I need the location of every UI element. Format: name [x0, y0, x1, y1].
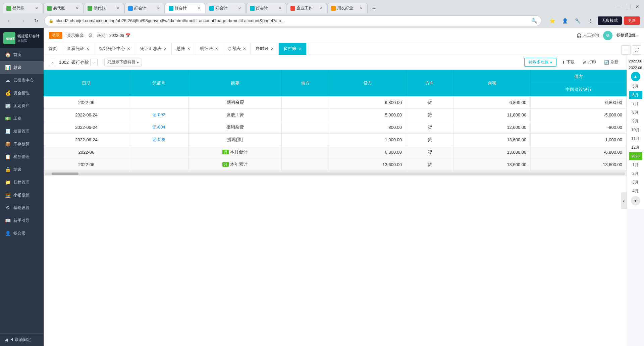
tab-close-9[interactable]: ✕: [359, 6, 364, 11]
close-button[interactable]: ✕: [633, 3, 641, 11]
minimize-button[interactable]: —: [614, 3, 623, 11]
cell-voucher[interactable]: 记-002: [129, 109, 189, 121]
period-value[interactable]: 2022-06 📅: [109, 33, 130, 38]
tab-home[interactable]: 首页: [44, 43, 62, 55]
tab-multi-column[interactable]: 多栏账 ✕: [279, 43, 307, 55]
account-next-button[interactable]: ›: [90, 59, 98, 66]
tab-sequential-ledger[interactable]: 序时账 ✕: [251, 43, 279, 55]
reload-button[interactable]: ↻: [31, 15, 42, 26]
bookmark-icon[interactable]: ⭐: [547, 15, 557, 26]
extensions-icon[interactable]: 🔧: [572, 15, 583, 26]
sidebar-item-salary[interactable]: 💵 工资: [0, 112, 44, 125]
scroll-track[interactable]: [45, 172, 625, 175]
tab-close-multi-column[interactable]: ✕: [299, 47, 302, 51]
tab-close-2[interactable]: ✕: [74, 6, 80, 11]
month-10[interactable]: 10月: [629, 126, 642, 134]
sidebar-item-expense[interactable]: 🧮 小畅报销: [0, 189, 44, 201]
profile-icon[interactable]: 👤: [559, 15, 570, 26]
menu-icon[interactable]: ⋮: [585, 15, 596, 26]
horizontal-scrollbar[interactable]: [44, 171, 627, 176]
forward-button[interactable]: →: [17, 15, 28, 26]
month-2023-2[interactable]: 2月: [629, 169, 642, 178]
tab-close-sequential-ledger[interactable]: ✕: [271, 47, 274, 51]
sidebar-item-invoice[interactable]: 🧾 发票管理: [0, 125, 44, 138]
sub-filter-dropdown[interactable]: 只显示下级科目 ▾: [104, 58, 142, 66]
month-12[interactable]: 12月: [629, 143, 642, 151]
sidebar-item-ledger[interactable]: 📊 总账: [0, 61, 44, 74]
browser-tab-8[interactable]: 企业工作 ✕: [287, 3, 327, 13]
tab-close-4[interactable]: ✕: [156, 6, 161, 11]
consult-button[interactable]: 🎧 人工咨询: [577, 33, 599, 38]
month-9[interactable]: 9月: [629, 117, 642, 125]
print-button[interactable]: 🖨 打印: [580, 58, 599, 66]
browser-tab-3[interactable]: 易代账 ✕: [84, 3, 124, 13]
sidebar-item-close[interactable]: 🔒 结账: [0, 163, 44, 176]
tab-balance-sheet[interactable]: 余额表 ✕: [223, 43, 251, 55]
download-button[interactable]: ⬇ 下载: [559, 58, 577, 66]
month-11[interactable]: 11月: [629, 135, 642, 143]
browser-tab-1[interactable]: 易代账 ✕: [3, 3, 43, 13]
tab-close-voucher-view[interactable]: ✕: [86, 47, 89, 51]
expand-tab-button[interactable]: ⛶: [632, 45, 641, 55]
browser-tab-4[interactable]: 好会计 ✕: [124, 3, 165, 13]
sidebar-item-member[interactable]: 👤 畅会员: [0, 227, 44, 240]
scroll-thumb[interactable]: [52, 172, 78, 175]
special-multi-column-button[interactable]: 特殊多栏账 ▾: [524, 58, 556, 67]
tab-detail-ledger[interactable]: 明细账 ✕: [195, 43, 223, 55]
browser-tab-9[interactable]: 用友好业 ✕: [327, 3, 368, 13]
sidebar-item-fund[interactable]: 💰 资金管理: [0, 87, 44, 99]
tab-voucher-summary[interactable]: 凭证汇总表 ✕: [135, 43, 172, 55]
settings-gear-icon[interactable]: ⚙: [88, 32, 93, 39]
month-6[interactable]: 6月: [629, 91, 642, 99]
sidebar-item-settings[interactable]: ⚙ 基础设置: [0, 201, 44, 214]
tab-close-8[interactable]: ✕: [318, 6, 323, 11]
cell-voucher[interactable]: 记-004: [129, 121, 189, 134]
sidebar-item-stock[interactable]: 📦 库存核算: [0, 138, 44, 150]
back-button[interactable]: ←: [4, 15, 15, 26]
demo-badge[interactable]: 演示: [49, 32, 62, 39]
month-5[interactable]: 5月: [629, 82, 642, 90]
scroll-down-button[interactable]: ▼: [631, 196, 640, 205]
unpin-button[interactable]: ◀ ◀ 取消固定: [0, 333, 44, 346]
tab-close-smart-voucher[interactable]: ✕: [127, 47, 130, 51]
tab-voucher-view[interactable]: 查看凭证 ✕: [62, 43, 94, 55]
tab-close-1[interactable]: ✕: [34, 6, 39, 11]
wuhen-mode-button[interactable]: 无痕模式: [598, 16, 622, 25]
update-button[interactable]: 更新: [624, 16, 640, 25]
collapse-tab-button[interactable]: —: [621, 45, 631, 55]
tab-close-general-ledger[interactable]: ✕: [187, 47, 190, 51]
refresh-button[interactable]: 🔄 刷新: [601, 58, 621, 66]
tab-close-3[interactable]: ✕: [115, 6, 120, 11]
browser-tab-2[interactable]: 易代账 ✕: [43, 3, 84, 13]
sidebar-item-guide[interactable]: 📖 新手引导: [0, 214, 44, 227]
month-2023-4[interactable]: 4月: [629, 187, 642, 195]
address-bar[interactable]: 🔒 cloud2.chanjet.com/accounting/uh26t264…: [44, 15, 541, 26]
month-7[interactable]: 7月: [629, 100, 642, 108]
tab-close-7[interactable]: ✕: [277, 6, 283, 11]
new-tab-button[interactable]: +: [369, 4, 379, 13]
sidebar-item-asset[interactable]: 🏢 固定资产: [0, 99, 44, 112]
right-panel-collapse-button[interactable]: ›: [621, 192, 627, 209]
sidebar-item-tax[interactable]: 📋 税务管理: [0, 150, 44, 163]
tab-smart-voucher[interactable]: 智能凭证中心 ✕: [94, 43, 135, 55]
browser-tab-6[interactable]: 好会计 ✕: [206, 3, 246, 13]
sidebar-item-home[interactable]: 🏠 首页: [0, 48, 44, 61]
month-2023-3[interactable]: 3月: [629, 178, 642, 186]
month-2023-1[interactable]: 1月: [629, 161, 642, 169]
sidebar-item-archive[interactable]: 📁 归档管理: [0, 176, 44, 189]
tab-close-balance-sheet[interactable]: ✕: [243, 47, 246, 51]
maximize-button[interactable]: ⬜: [624, 3, 632, 11]
tab-close-6[interactable]: ✕: [237, 6, 242, 11]
browser-tab-5[interactable]: 好会计 ✕: [165, 3, 205, 13]
tab-general-ledger[interactable]: 总账 ✕: [172, 43, 195, 55]
browser-tab-7[interactable]: 好会计 ✕: [246, 3, 286, 13]
tab-close-detail-ledger[interactable]: ✕: [215, 47, 218, 51]
scroll-up-button[interactable]: ▲: [631, 72, 640, 81]
cell-voucher[interactable]: 记-006: [129, 134, 189, 146]
account-prev-button[interactable]: ‹: [49, 59, 56, 66]
month-8[interactable]: 8月: [629, 108, 642, 116]
tab-close-voucher-summary[interactable]: ✕: [164, 47, 167, 51]
search-icon[interactable]: 🔍: [531, 18, 537, 23]
tab-close-5[interactable]: ✕: [196, 6, 202, 11]
sidebar-item-cloud[interactable]: ☁ 云报表中心: [0, 74, 44, 87]
